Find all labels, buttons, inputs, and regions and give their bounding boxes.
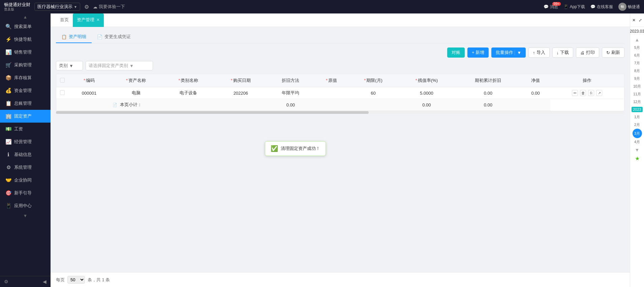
scroll-up-arrow[interactable]: ▲ [634,36,641,44]
right-panel-close[interactable]: ✕ [632,18,636,23]
row-checkbox[interactable] [56,87,68,99]
experience-btn[interactable]: ☁ 我要体验一下 [93,4,125,10]
action-icons: ✏ 🗑 ⎘ ↗ [553,90,622,96]
sidebar-item-guide[interactable]: 🎯 新手引导 [0,187,51,199]
user-btn[interactable]: 畅 畅捷通 [618,3,640,11]
sidebar-item-finance[interactable]: 💰 资金管理 [0,84,51,97]
app-name: 畅捷通好业财 [4,2,30,7]
input-dropdown-arrow: ▼ [129,63,134,68]
purchase-icon: 🛒 [5,62,11,68]
month-5[interactable]: 5月 [634,44,641,52]
sidebar-item-quicknav[interactable]: ⚡ 快捷导航 [0,33,51,46]
pagination-bar: 每页 50 100 200 条，共 1 条 [51,272,630,287]
sidebar-item-purchase[interactable]: 🛒 采购管理 [0,59,51,71]
horizontal-scrollbar[interactable] [56,111,624,114]
settings-icon[interactable]: ⚙ [4,279,8,284]
duizhang-button[interactable]: 对账 [447,47,465,58]
sidebar-item-assets[interactable]: 🏢 固定资产 [0,110,51,123]
month-9[interactable]: 9月 [634,75,641,83]
search-icon: 🔍 [5,24,11,30]
gear-icon[interactable]: ⚙ [84,4,89,10]
month-3-current[interactable]: 3月 [633,129,642,138]
sidebar-item-sales[interactable]: 📊 销售管理 [0,46,51,59]
cloud-icon: ☁ [93,4,97,9]
month-4[interactable]: 4月 [634,138,641,146]
month-2[interactable]: 2月 [634,121,641,129]
app-download-btn[interactable]: 📱 App下载 [563,4,585,10]
delete-icon[interactable]: 🗑 [580,90,586,96]
col-depreciation: 折旧方法 [267,74,314,87]
import-button[interactable]: ↑ 导入 [528,47,550,58]
sidebar-item-collab[interactable]: 🤝 企业协同 [0,174,51,187]
month-7[interactable]: 7月 [634,59,641,67]
star-icon: ★ [635,156,640,161]
sidebar: ▲ 🔍 搜索菜单 ⚡ 快捷导航 📊 销售管理 🛒 采购管理 📦 库存核算 💰 资… [0,13,51,287]
right-panel-expand[interactable]: ⤢ [639,18,642,23]
company-selector[interactable]: 医疗器械行业演示 ▼ [34,3,80,11]
message-badge: 99+ [552,2,561,6]
inventory-icon: 📦 [5,75,11,81]
sidebar-item-operations[interactable]: 📈 经营管理 [0,135,51,148]
sidebar-item-ledger[interactable]: 📋 总账管理 [0,97,51,110]
new-button[interactable]: + 新增 [467,47,489,58]
tab-home[interactable]: 首页 [56,13,73,27]
col-initial-depreciation: 期初累计折旧 [455,74,521,87]
asset-detail-icon: 📋 [61,34,67,39]
import-icon: ↑ [533,50,535,55]
collapse-icon[interactable]: ◀ [43,279,47,284]
scrollbar-thumb[interactable] [56,111,369,114]
main-layout: ▲ 🔍 搜索菜单 ⚡ 快捷导航 📊 销售管理 🛒 采购管理 📦 库存核算 💰 资… [0,13,644,287]
tab-close-icon[interactable]: ✕ [96,18,100,22]
row-category: 电子设备 [162,87,214,99]
tab-asset-management[interactable]: 资产管理 ✕ [73,13,104,27]
row-period: 60 [348,87,398,99]
message-btn[interactable]: 💬 消息 99+ [544,4,558,10]
subtotal-row: 📄 本页小计： 0.00 0.00 0.00 [56,99,624,111]
more-icon[interactable]: ↗ [596,90,602,96]
sub-tab-voucher[interactable]: 📄 变更生成凭证 [92,31,136,43]
row-original-value: ✅ 清理固定资产成功！ [314,87,349,99]
month-8[interactable]: 8月 [634,67,641,75]
category-select[interactable]: 类别 ▼ [56,61,83,70]
per-page-select[interactable]: 50 100 200 [67,276,85,284]
basic-info-icon: ℹ [5,152,11,158]
edit-icon[interactable]: ✏ [572,90,578,96]
tabs-bar: 首页 资产管理 ✕ [51,13,630,27]
guide-icon: 🎯 [5,190,11,196]
refresh-button[interactable]: ↻ 刷新 [602,47,624,58]
sidebar-item-system[interactable]: ⚙ 系统管理 [0,161,51,174]
sidebar-item-inventory[interactable]: 📦 库存核算 [0,71,51,84]
month-11[interactable]: 11月 [633,90,642,98]
batch-ops-button[interactable]: 批量操作 ▼ [491,47,526,58]
sidebar-item-basic-info[interactable]: ℹ 基础信息 [0,148,51,161]
month-1[interactable]: 1月 [634,113,641,121]
copy-icon[interactable]: ⎘ [588,90,594,96]
favorite-icon[interactable]: ★ [634,154,641,163]
download-button[interactable]: ↓ 下载 [552,47,574,58]
col-original-value: *原值 [314,74,349,87]
row-depreciation-method: 年限平均 [267,87,314,99]
subtotal-net-value: 0.00 [455,99,521,111]
month-12[interactable]: 12月 [633,98,642,106]
asset-table: *编码 *资产名称 *类别名称 *购买日期 折旧方法 *原值 *期限(月) *残… [56,74,624,111]
refresh-icon: ↻ [606,50,610,55]
sales-icon: 📊 [5,49,11,55]
print-button[interactable]: 🖨 打印 [576,47,599,58]
print-icon: 🖨 [580,50,585,55]
sidebar-item-search[interactable]: 🔍 搜索菜单 [0,20,51,33]
sidebar-item-salary[interactable]: 💵 工资 [0,123,51,135]
sidebar-scroll-down[interactable]: ▼ [0,212,51,219]
row-initial-depreciation: 0.00 [455,87,521,99]
col-name: *资产名称 [110,74,162,87]
month-10[interactable]: 10月 [633,83,642,90]
app-version: 普及版 [4,7,30,11]
sidebar-item-apps[interactable]: 📱 应用中心 [0,199,51,212]
scroll-down-arrow[interactable]: ▼ [634,146,641,154]
month-6[interactable]: 6月 [634,52,641,59]
sub-tab-asset-detail[interactable]: 📋 资产明细 [56,31,92,43]
category-input[interactable]: 请选择固定资产类别 ▼ [86,61,153,70]
online-service-btn[interactable]: 💬 在线客服 [590,4,613,10]
ledger-icon: 📋 [5,100,11,106]
header-checkbox[interactable] [60,78,65,83]
sidebar-scroll-up[interactable]: ▲ [0,13,51,20]
